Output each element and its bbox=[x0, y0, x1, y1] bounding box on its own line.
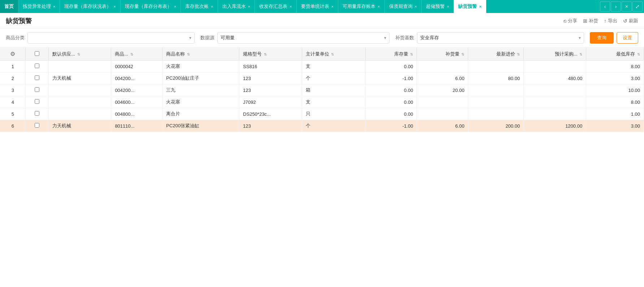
row-forecast: 1200.00 bbox=[524, 120, 586, 132]
col-supplier-header[interactable]: 默认供应... ⇅ bbox=[49, 48, 111, 61]
category-select[interactable]: ▾ bbox=[27, 32, 195, 44]
row-unit: 个 bbox=[302, 120, 366, 132]
col-unit-header[interactable]: 主计量单位 ⇅ bbox=[302, 48, 366, 61]
row-checkbox-cell[interactable] bbox=[26, 120, 49, 132]
row-checkbox[interactable] bbox=[35, 87, 39, 92]
nav-next-button[interactable]: › bbox=[611, 1, 621, 12]
sort-icon: ⇅ bbox=[331, 52, 334, 56]
row-spec: 123 bbox=[239, 120, 302, 132]
row-forecast bbox=[524, 61, 586, 72]
close-icon[interactable]: × bbox=[53, 4, 55, 9]
row-price: 200.00 bbox=[468, 120, 524, 132]
row-stock: -1.00 bbox=[366, 72, 417, 84]
nav-tab-7[interactable]: 要货单统计表 × bbox=[297, 0, 338, 13]
close-icon[interactable]: × bbox=[113, 4, 116, 9]
replenish-button[interactable]: ⊞ 补货 bbox=[583, 18, 598, 24]
export-button[interactable]: ↑ 导出 bbox=[604, 18, 617, 24]
col-spec-header[interactable]: 规格型号 ⇅ bbox=[239, 48, 302, 61]
nav-tab-8[interactable]: 可用量库存账本 × bbox=[338, 0, 384, 13]
close-icon[interactable]: × bbox=[290, 4, 292, 9]
nav-tab-5[interactable]: 出入库流水 × bbox=[218, 0, 255, 13]
table-container: ⚙ 默认供应... ⇅ 商品... ⇅ 商品名称 ⇅ bbox=[0, 48, 644, 132]
sort-icon: ⇅ bbox=[637, 52, 640, 56]
close-icon[interactable]: × bbox=[331, 4, 334, 9]
close-icon[interactable]: × bbox=[211, 4, 213, 9]
row-checkbox[interactable] bbox=[35, 123, 39, 128]
query-button[interactable]: 查询 bbox=[590, 32, 614, 44]
nav-expand-button[interactable]: ⤢ bbox=[632, 1, 643, 12]
row-unit: 支 bbox=[302, 96, 366, 108]
nav-tab-9[interactable]: 保质期查询 × bbox=[385, 0, 422, 13]
close-icon[interactable]: × bbox=[174, 4, 176, 9]
row-code: 004800... bbox=[111, 108, 162, 120]
nav-tab-4[interactable]: 库存批次账 × bbox=[181, 0, 218, 13]
nav-tab-10[interactable]: 超储预警 × bbox=[422, 0, 454, 13]
table-row[interactable]: 6 力天机械 801110... PC200张紧油缸 123 个 -1.00 6… bbox=[0, 120, 644, 132]
table-row[interactable]: 3 004200... 三九 123 箱 0.00 20.00 10.00 bbox=[0, 84, 644, 96]
table-row[interactable]: 1 0000042 火花塞 SS816 支 0.00 8.00 bbox=[0, 61, 644, 72]
row-name: 火花塞 bbox=[162, 96, 239, 108]
row-replenish bbox=[417, 61, 468, 72]
row-checkbox-cell[interactable] bbox=[26, 72, 49, 84]
row-forecast bbox=[524, 96, 586, 108]
table-row[interactable]: 4 004600... 火花塞 J7092 支 0.00 8.00 bbox=[0, 96, 644, 108]
nav-tab-1[interactable]: 拣货异常处理 × bbox=[18, 0, 60, 13]
row-checkbox-cell[interactable] bbox=[26, 96, 49, 108]
col-replenish-header[interactable]: 补货量 ⇅ bbox=[417, 48, 468, 61]
col-price-header[interactable]: 最新进价 ⇅ bbox=[468, 48, 524, 61]
row-unit: 箱 bbox=[302, 84, 366, 96]
filter-group-datasource: 数据源 可用量 ▾ bbox=[200, 32, 389, 44]
export-icon: ↑ bbox=[604, 18, 606, 24]
close-icon[interactable]: × bbox=[378, 4, 380, 9]
row-index: 6 bbox=[0, 120, 26, 132]
row-unit: 个 bbox=[302, 72, 366, 84]
row-unit: 只 bbox=[302, 108, 366, 120]
page-header: 缺货预警 ⎋ 分享 ⊞ 补货 ↑ 导出 ↺ 刷新 bbox=[0, 13, 644, 28]
row-checkbox-cell[interactable] bbox=[26, 108, 49, 120]
close-icon[interactable]: × bbox=[447, 4, 449, 9]
row-code: 0000042 bbox=[111, 61, 162, 72]
refresh-button[interactable]: ↺ 刷新 bbox=[623, 18, 638, 24]
nav-tab-home[interactable]: 首页 bbox=[0, 0, 18, 13]
filter-bar: 商品分类 ▾ 数据源 可用量 ▾ 补货基数 安全库存 ▾ 查询 设置 bbox=[0, 28, 644, 48]
nav-tab-6[interactable]: 收发存汇总表 × bbox=[255, 0, 296, 13]
share-button[interactable]: ⎋ 分享 bbox=[564, 18, 577, 24]
nav-tab-11[interactable]: 缺货预警 × bbox=[454, 0, 486, 13]
close-icon[interactable]: × bbox=[248, 4, 250, 9]
table-row[interactable]: 2 力天机械 004200... PC200油缸庄子 123 个 -1.00 6… bbox=[0, 72, 644, 84]
row-code: 004200... bbox=[111, 84, 162, 96]
row-checkbox-cell[interactable] bbox=[26, 84, 49, 96]
table-row[interactable]: 5 004800... 离合片 DS250*23c... 只 0.00 1.00 bbox=[0, 108, 644, 120]
row-checkbox[interactable] bbox=[35, 75, 39, 80]
page-title: 缺货预警 bbox=[6, 17, 32, 25]
datasource-select[interactable]: 可用量 ▾ bbox=[217, 32, 389, 44]
col-forecast-header[interactable]: 预计采购... ⇅ bbox=[524, 48, 586, 61]
col-stock-header[interactable]: 库存量 ⇅ bbox=[366, 48, 417, 61]
row-supplier bbox=[49, 61, 111, 72]
replenish-icon: ⊞ bbox=[583, 18, 587, 24]
row-checkbox[interactable] bbox=[35, 63, 39, 68]
close-icon[interactable]: × bbox=[479, 4, 481, 9]
select-all-checkbox[interactable] bbox=[35, 51, 39, 56]
close-icon[interactable]: × bbox=[415, 4, 417, 9]
settings-button[interactable]: 设置 bbox=[617, 32, 638, 44]
row-price: 80.00 bbox=[468, 72, 524, 84]
row-stock: 0.00 bbox=[366, 108, 417, 120]
nav-close-button[interactable]: × bbox=[622, 1, 632, 12]
row-replenish: 6.00 bbox=[417, 120, 468, 132]
row-checkbox-cell[interactable] bbox=[26, 61, 49, 72]
col-code-header[interactable]: 商品... ⇅ bbox=[111, 48, 162, 61]
nav-tab-3[interactable]: 现存量（库存分布表） × bbox=[121, 0, 181, 13]
gear-icon[interactable]: ⚙ bbox=[10, 50, 15, 57]
col-name-header[interactable]: 商品名称 ⇅ bbox=[162, 48, 239, 61]
row-code: 801110... bbox=[111, 120, 162, 132]
nav-prev-button[interactable]: ‹ bbox=[600, 1, 610, 12]
row-checkbox[interactable] bbox=[35, 99, 39, 104]
row-replenish: 6.00 bbox=[417, 72, 468, 84]
col-minstk-header[interactable]: 最低库存 ⇅ bbox=[586, 48, 644, 61]
replenish-base-select[interactable]: 安全库存 ▾ bbox=[417, 32, 584, 44]
row-name: PC200油缸庄子 bbox=[162, 72, 239, 84]
nav-tab-2[interactable]: 现存量（库存状况表） × bbox=[60, 0, 120, 13]
row-checkbox[interactable] bbox=[35, 111, 39, 116]
row-minstk: 10.00 bbox=[586, 84, 644, 96]
